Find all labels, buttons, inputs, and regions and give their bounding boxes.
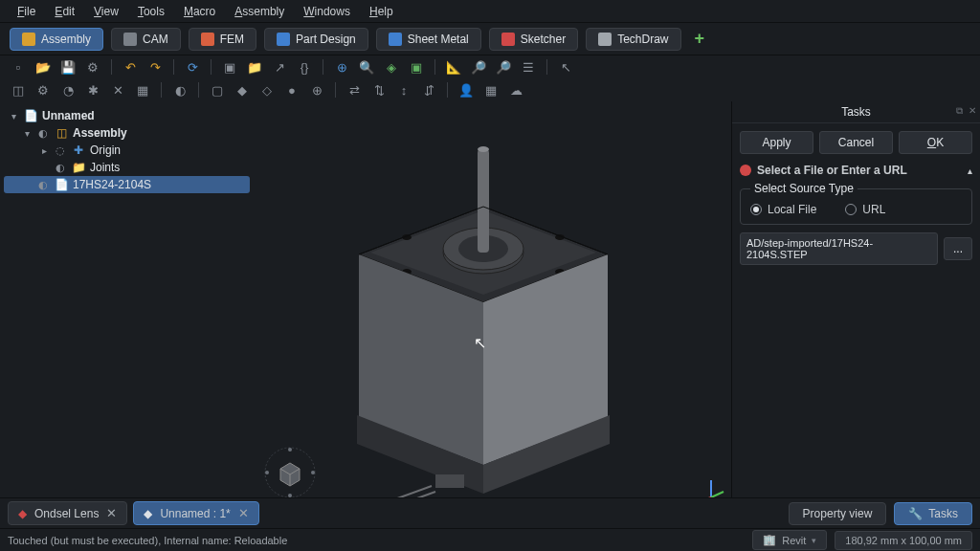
workbench-assembly[interactable]: Assembly	[10, 28, 103, 51]
menu-view[interactable]: View	[84, 3, 128, 20]
svg-rect-7	[478, 149, 489, 253]
menubar: File Edit View Tools Macro Assembly Wind…	[0, 0, 980, 23]
local-file-radio[interactable]: Local File	[750, 203, 816, 216]
cursor-icon[interactable]: ↖	[557, 58, 574, 76]
visibility-icon[interactable]: ◐	[36, 179, 50, 191]
new-doc-icon[interactable]: ▫	[10, 58, 27, 76]
cylinder-icon[interactable]: ◐	[171, 81, 189, 99]
gear-icon[interactable]: ✱	[84, 81, 101, 99]
undo-icon[interactable]: ↶	[122, 58, 139, 76]
cloud-icon[interactable]: ☁	[507, 81, 524, 99]
tasks-tab[interactable]: 🔧 Tasks	[894, 502, 972, 525]
box-icon[interactable]: ▣	[221, 58, 238, 76]
svg-point-15	[265, 471, 269, 474]
menu-file[interactable]: File	[8, 3, 45, 20]
workbench-sketcher[interactable]: Sketcher	[489, 28, 578, 51]
caret-icon[interactable]: ▾	[8, 111, 19, 121]
viewport-3d[interactable]: ↖	[254, 101, 731, 509]
doc-icon: ◆	[18, 507, 27, 520]
warning-dot-icon	[740, 165, 751, 176]
close-icon[interactable]: ✕	[969, 105, 976, 117]
visibility-icon[interactable]: ◐	[54, 162, 67, 174]
workbench-sheet-metal[interactable]: Sheet Metal	[376, 28, 481, 51]
solve-icon[interactable]: ✕	[109, 81, 126, 99]
box2-icon[interactable]: ▢	[209, 81, 226, 99]
rotate-icon[interactable]: ⇅	[370, 81, 388, 99]
menu-edit[interactable]: Edit	[45, 3, 84, 20]
prism-icon[interactable]: ◆	[234, 81, 251, 99]
collapse-icon[interactable]: ▴	[968, 165, 972, 176]
dropdown-icon: ▾	[812, 536, 816, 545]
menu-macro[interactable]: Macro	[174, 3, 225, 20]
menu-windows[interactable]: Windows	[294, 3, 360, 20]
search-part-icon[interactable]: 🔎	[495, 58, 512, 76]
visibility-icon[interactable]: ◌	[54, 144, 67, 157]
cube-nav-icon[interactable]: ◈	[383, 58, 400, 76]
caret-icon[interactable]: ▸	[38, 145, 50, 156]
tree-assembly-row[interactable]: ▾ ◐ ◫ Assembly	[4, 124, 250, 142]
zoom-icon[interactable]: 🔍	[358, 58, 375, 76]
close-icon[interactable]: ✕	[238, 506, 249, 520]
property-view-tab[interactable]: Property view	[789, 502, 887, 525]
nav-cube[interactable]	[261, 444, 319, 501]
caret-icon[interactable]: ▾	[21, 128, 33, 139]
braces-icon[interactable]: {}	[296, 58, 313, 76]
revit-button[interactable]: 🏢 Revit ▾	[752, 530, 827, 550]
export-icon[interactable]: ↗	[271, 58, 288, 76]
doc-tab-ondsel-lens[interactable]: ◆Ondsel Lens✕	[8, 501, 127, 525]
refresh-icon[interactable]: ⟳	[184, 58, 201, 76]
task-panel-title: Tasks ⧉ ✕	[732, 101, 980, 123]
constraint-icon[interactable]: ◔	[59, 81, 77, 99]
workbench-fem[interactable]: FEM	[189, 28, 256, 51]
detach-icon[interactable]: ⧉	[956, 105, 963, 117]
menu-tools[interactable]: Tools	[128, 3, 174, 20]
settings-icon[interactable]: ⚙	[84, 58, 101, 76]
cancel-button[interactable]: Cancel	[819, 131, 893, 154]
workbench-part-design[interactable]: Part Design	[264, 28, 368, 51]
mirror-icon[interactable]: ⇵	[420, 81, 437, 99]
globe-icon[interactable]: ⊕	[308, 81, 325, 99]
find-icon[interactable]: 🔎	[470, 58, 487, 76]
ok-button[interactable]: OK	[899, 131, 972, 154]
svg-rect-9	[435, 474, 464, 488]
file-path-input[interactable]: AD/step-imported/17HS24-2104S.STEP	[740, 232, 938, 265]
move-icon[interactable]: ⇄	[345, 81, 363, 99]
close-icon[interactable]: ✕	[106, 506, 117, 520]
browse-button[interactable]: ...	[944, 237, 972, 260]
apply-button[interactable]: Apply	[740, 131, 813, 154]
document-tabs: ◆Ondsel Lens✕◆Unnamed : 1*✕ Property vie…	[0, 497, 980, 528]
source-type-fieldset: Select Source Type Local File URL	[740, 188, 972, 225]
part-nav-icon[interactable]: ▣	[408, 58, 425, 76]
doc-tab-unnamed-1-[interactable]: ◆Unnamed : 1*✕	[133, 501, 258, 525]
mesh-icon[interactable]: ▦	[482, 81, 500, 99]
shape-icon[interactable]: ◇	[258, 81, 276, 99]
menu-assembly[interactable]: Assembly	[225, 3, 294, 20]
open-icon[interactable]: 📂	[34, 58, 52, 76]
zoom-fit-icon[interactable]: ⊕	[333, 58, 350, 76]
task-section-header[interactable]: Select a File or Enter a URL ▴	[732, 160, 980, 181]
assembly-icon[interactable]: ◫	[10, 81, 27, 99]
tree-origin-row[interactable]: ▸ ◌ ✚ Origin	[4, 142, 250, 159]
part-file-icon: 📄	[54, 178, 69, 191]
folder-icon[interactable]: 📁	[246, 58, 263, 76]
visibility-icon[interactable]: ◐	[36, 127, 50, 140]
menu-help[interactable]: Help	[360, 3, 403, 20]
joint-icon[interactable]: ⚙	[34, 81, 52, 99]
redo-icon[interactable]: ↷	[146, 58, 164, 76]
tree-doc-row[interactable]: ▾ 📄 Unnamed	[4, 107, 250, 124]
save-icon[interactable]: 💾	[59, 58, 77, 76]
workbench-bar: AssemblyCAMFEMPart DesignSheet MetalSket…	[0, 23, 980, 55]
url-radio[interactable]: URL	[845, 203, 885, 216]
tree-joints-row[interactable]: ▸ ◐ 📁 Joints	[4, 159, 250, 176]
person-icon[interactable]: 👤	[457, 81, 475, 99]
tree-part-row[interactable]: ▸ ◐ 📄 17HS24-2104S	[4, 176, 250, 193]
add-workbench-button[interactable]: +	[689, 29, 711, 49]
workbench-cam[interactable]: CAM	[111, 28, 181, 51]
list-icon[interactable]: ☰	[520, 58, 537, 76]
flip-icon[interactable]: ↕	[395, 81, 412, 99]
workbench-techdraw[interactable]: TechDraw	[586, 28, 680, 51]
sphere-icon[interactable]: ●	[283, 81, 301, 99]
measure-icon[interactable]: 📐	[445, 58, 462, 76]
grid-icon[interactable]: ▦	[134, 81, 151, 99]
workbench-icon	[201, 33, 214, 46]
